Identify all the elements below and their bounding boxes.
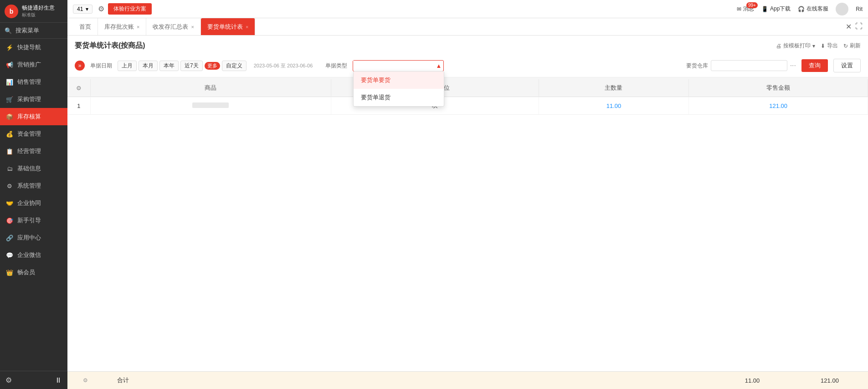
refresh-button[interactable]: ↻ 刷新 (843, 42, 861, 50)
basics-icon: 🗂 (5, 165, 14, 172)
sidebar-item-label: 资金管理 (17, 130, 41, 138)
warehouse-filter-label: 要货仓库 (686, 62, 708, 70)
close-tab-icon[interactable]: ✕ (846, 22, 852, 31)
sidebar-search[interactable]: 🔍 搜索菜单 (0, 23, 67, 39)
user-avatar[interactable] (836, 3, 848, 15)
warehouse-filter-input[interactable] (711, 60, 787, 71)
sidebar-item-label: 新手引导 (17, 216, 41, 225)
tab-inventory-batch-close[interactable]: × (137, 24, 139, 30)
settings-button[interactable]: 设置 (833, 59, 861, 72)
quantity-link[interactable]: 11.00 (606, 102, 621, 109)
sidebar-item-label: 营销推广 (17, 61, 41, 69)
app-label: App下载 (770, 5, 791, 13)
operations-icon: 📋 (5, 148, 14, 155)
app-center-icon: 🔗 (5, 235, 14, 241)
sidebar-item-label: 库存核算 (17, 113, 41, 121)
sidebar-item-label: 经营管理 (17, 147, 41, 155)
sidebar-item-enterprise[interactable]: 🤝 企业协同 (0, 194, 67, 212)
footer-amount-value: 121.00 (821, 377, 839, 384)
footer-quantity: 11.00 (716, 377, 789, 384)
dropdown-item-label: 要货单退货 (361, 94, 390, 101)
sidebar-item-guide[interactable]: 🎯 新手引导 (0, 212, 67, 229)
guide-icon: 🎯 (5, 217, 14, 224)
sidebar-item-finance[interactable]: 💰 资金管理 (0, 125, 67, 143)
last-month-btn[interactable]: 上月 (118, 61, 137, 71)
tab-order-stats-label: 要货单统计表 (207, 23, 243, 31)
service-label: 在线客服 (806, 5, 828, 13)
trial-button[interactable]: 体验行业方案 (108, 3, 152, 15)
print-label: 按模板打印 (783, 42, 811, 50)
sidebar-item-label: 企业微信 (17, 251, 41, 259)
page-actions: 🖨 按模板打印 ▾ ⬇ 导出 ↻ 刷新 (776, 42, 861, 50)
sidebar-item-wechat[interactable]: 💬 企业微信 (0, 246, 67, 264)
app-download-button[interactable]: 📱 App下载 (761, 5, 791, 13)
vip-icon: 👑 (5, 269, 14, 276)
sidebar-item-app-center[interactable]: 🔗 应用中心 (0, 229, 67, 246)
footer-qty-value: 11.00 (745, 377, 760, 384)
this-year-btn[interactable]: 本年 (159, 61, 179, 71)
sidebar-item-label: 系统管理 (17, 182, 41, 190)
sidebar-nav: ⚡ 快捷导航 📢 营销推广 📊 销售管理 🛒 采购管理 📦 库存核算 💰 资金管… (0, 39, 67, 371)
last-7days-btn[interactable]: 近7天 (180, 61, 203, 71)
sidebar-item-operations[interactable]: 📋 经营管理 (0, 143, 67, 160)
product-placeholder (192, 102, 229, 108)
sales-icon: 📊 (5, 79, 14, 86)
marketing-icon: 📢 (5, 61, 14, 68)
topbar-settings-icon[interactable]: ⚙ (98, 5, 104, 13)
quantity-col-header: 主数量 (539, 79, 689, 97)
sidebar-item-vip[interactable]: 👑 畅会员 (0, 264, 67, 281)
tab-receive-summary[interactable]: 收发存汇总表 × (146, 18, 200, 35)
tab-order-stats-close[interactable]: × (246, 24, 248, 30)
dropdown-item-return-goods[interactable]: 要货单退货 (354, 89, 444, 106)
sidebar-item-label: 采购管理 (17, 95, 41, 103)
tab-inventory-batch[interactable]: 库存批次账 × (98, 18, 146, 35)
amount-col-header: 零售金额 (689, 79, 868, 97)
topbar-right: ✉ 消息 99+ 📱 App下载 🎧 在线客服 Rit (737, 3, 863, 15)
logo-text: 畅捷通好生意 标准版 (22, 4, 55, 18)
message-icon: ✉ (737, 6, 741, 12)
store-selector[interactable]: 41 ▾ (73, 5, 92, 14)
sidebar-item-marketing[interactable]: 📢 营销推广 (0, 56, 67, 73)
topbar-left: 41 ▾ ⚙ 体验行业方案 (73, 3, 152, 15)
sidebar-item-label: 企业协同 (17, 199, 41, 207)
store-name: 41 (77, 6, 83, 12)
amount-link[interactable]: 121.00 (769, 102, 787, 109)
sidebar-item-purchase[interactable]: 🛒 采购管理 (0, 91, 67, 108)
footer-label: ⚙ 合计 (74, 376, 165, 384)
message-button[interactable]: ✉ 消息 99+ (737, 5, 754, 13)
sidebar-item-inventory[interactable]: 📦 库存核算 (0, 108, 67, 125)
tab-receive-summary-close[interactable]: × (191, 24, 194, 30)
sidebar-item-quick-nav[interactable]: ⚡ 快捷导航 (0, 39, 67, 56)
sidebar-item-system[interactable]: ⚙ 系统管理 (0, 177, 67, 194)
online-service-button[interactable]: 🎧 在线客服 (798, 5, 828, 13)
type-dropdown-arrow[interactable]: ▲ (434, 61, 443, 71)
filter-expand-button[interactable]: » (75, 61, 85, 71)
table-settings-icon[interactable]: ⚙ (76, 85, 82, 92)
this-month-btn[interactable]: 本月 (139, 61, 158, 71)
mobile-icon: 📱 (761, 6, 768, 12)
filter-bar: » 单据日期 上月 本月 本年 近7天 更多 自定义 2023-05-06 至 … (67, 54, 868, 77)
type-dropdown: 要货单要货 要货单退货 (353, 71, 444, 107)
type-filter-input[interactable] (353, 61, 434, 71)
settings-col-header[interactable]: ⚙ (67, 79, 90, 97)
export-label: 导出 (827, 42, 838, 50)
sidebar-item-basics[interactable]: 🗂 基础信息 (0, 160, 67, 177)
pause-bottom-icon[interactable]: ⏸ (55, 376, 62, 384)
table-header-row: ⚙ 商品 主计量单位 主数量 零售金额 (67, 79, 868, 97)
dropdown-item-order-goods[interactable]: 要货单要货 (354, 72, 444, 89)
fullscreen-icon[interactable]: ⛶ (855, 22, 863, 31)
row-index: 1 (67, 97, 90, 115)
more-dates-badge[interactable]: 更多 (205, 62, 220, 70)
settings-bottom-icon[interactable]: ⚙ (5, 376, 12, 384)
sidebar-item-sales[interactable]: 📊 销售管理 (0, 73, 67, 91)
custom-date-btn[interactable]: 自定义 (222, 61, 247, 71)
sidebar-item-label: 基础信息 (17, 164, 41, 173)
export-button[interactable]: ⬇ 导出 (821, 42, 838, 50)
tab-home[interactable]: 首页 (73, 18, 98, 35)
more-filter-btn[interactable]: ··· (790, 61, 796, 70)
type-filter-label: 单据类型 (325, 62, 347, 70)
query-button[interactable]: 查询 (801, 59, 828, 72)
tab-order-stats[interactable]: 要货单统计表 × (201, 18, 255, 35)
expand-icon: » (78, 62, 82, 69)
print-button[interactable]: 🖨 按模板打印 ▾ (776, 42, 815, 50)
